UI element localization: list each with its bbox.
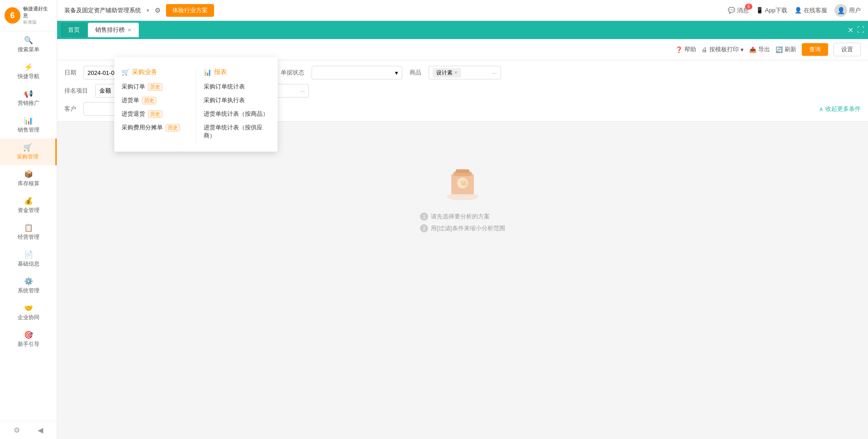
stock-return-history-badge: 历史 <box>148 110 162 118</box>
purchase-order-item[interactable]: 采购订单 历史 <box>122 80 189 94</box>
rank-label: 排名项目 <box>64 87 88 95</box>
sidebar-item-new-guide[interactable]: 🎯 新手引导 <box>0 326 57 353</box>
sidebar-item-system[interactable]: ⚙️ 系统管理 <box>0 272 57 299</box>
purchase-menu-items: 采购订单 历史 进货单 历史 进货退货 历史 <box>122 80 189 134</box>
top-bar: 装备及固定资产辅助管理系统 ▾ ⚙ 体验行业方案 💬 消息 6 📱 App下载 … <box>57 0 868 21</box>
tab-home-label: 首页 <box>68 26 80 34</box>
sidebar-item-enterprise[interactable]: 🤝 企业协同 <box>0 299 57 326</box>
goods-select[interactable]: 设计素 × ··· <box>429 66 501 79</box>
new-guide-icon: 🎯 <box>24 330 33 339</box>
menu-divider <box>196 68 196 143</box>
help-icon: ❓ <box>675 46 683 53</box>
message-badge: 6 <box>745 4 752 10</box>
purchase-order-exec-item[interactable]: 采购订单执行表 <box>204 94 271 107</box>
sidebar-item-search[interactable]: 🔍 搜索菜单 <box>0 31 57 58</box>
stock-in-stats-goods-item[interactable]: 进货单统计表（按商品） <box>204 107 271 121</box>
sidebar-item-quick-nav[interactable]: ⚡ 快捷导航 <box>0 58 57 85</box>
topbar-chevron-icon[interactable]: ▾ <box>146 7 149 14</box>
doc-status-label: 单据状态 <box>281 69 304 77</box>
app-download-button[interactable]: 📱 App下载 <box>756 6 787 15</box>
industry-button[interactable]: 体验行业方案 <box>166 4 214 17</box>
stock-in-stats-supplier-item[interactable]: 进货单统计表（按供应商） <box>204 121 271 143</box>
enterprise-icon: 🤝 <box>24 304 33 312</box>
inventory-icon: 📦 <box>24 170 33 178</box>
message-icon: 💬 <box>728 7 735 14</box>
report-menu-items: 采购订单统计表 采购订单执行表 进货单统计表（按商品） 进货单统计表（按供应商） <box>204 80 271 143</box>
message-button[interactable]: 💬 消息 6 <box>728 6 749 15</box>
goods-more-icon: ··· <box>492 69 497 76</box>
logo: 6 畅捷通好生意 标准版 <box>0 0 57 31</box>
sales-icon: 📊 <box>24 116 33 125</box>
user-button[interactable]: 👤 用户 <box>834 4 861 17</box>
collapse-sidebar-button[interactable]: ◀ <box>38 426 43 434</box>
purchase-order-history-badge: 历史 <box>148 83 162 91</box>
tab-bar-right: ✕ ⛶ <box>848 26 864 35</box>
tab-sales-rank[interactable]: 销售排行榜 ✕ <box>88 23 139 37</box>
mobile-icon: 📱 <box>756 7 763 14</box>
report-menu-section: 📊 报表 采购订单统计表 采购订单执行表 进货单统计表（按商品） <box>204 68 271 143</box>
goods-label: 商品 <box>410 69 421 77</box>
purchase-menu-section: 🛒 采购业务 采购订单 历史 进货单 历史 <box>122 68 189 143</box>
print-chevron-icon: ▾ <box>741 46 744 53</box>
date-label: 日期 <box>64 69 76 77</box>
purchase-expense-history-badge: 历史 <box>166 124 180 132</box>
topbar-right: 💬 消息 6 📱 App下载 👤 在线客服 👤 用户 <box>728 4 861 17</box>
system-title: 装备及固定资产辅助管理系统 <box>64 6 141 15</box>
purchase-section-title: 🛒 采购业务 <box>122 68 189 76</box>
settings-button[interactable]: ⚙ <box>14 426 20 434</box>
refresh-button[interactable]: 🔄 刷新 <box>775 45 796 54</box>
sidebar-item-operations[interactable]: 📋 经营管理 <box>0 219 57 246</box>
sidebar-item-marketing[interactable]: 📢 营销推广 <box>0 85 57 112</box>
sidebar-item-purchase[interactable]: 🛒 采购管理 <box>0 138 57 165</box>
base-info-icon: 📄 <box>24 250 33 259</box>
purchase-menu-icon: 🛒 <box>122 69 129 76</box>
purchase-order-stats-item[interactable]: 采购订单统计表 <box>204 80 271 94</box>
sidebar: 6 畅捷通好生意 标准版 🔍 搜索菜单 ⚡ 快捷导航 📢 营销推广 📊 销 <box>0 0 57 439</box>
goods-tag: 设计素 × <box>433 68 461 78</box>
export-button[interactable]: 📤 导出 <box>749 45 770 54</box>
tab-home[interactable]: 首页 <box>61 23 87 37</box>
sidebar-nav: 🔍 搜索菜单 ⚡ 快捷导航 📢 营销推广 📊 销售管理 🛒 采购管理 📦 <box>0 31 57 421</box>
system-icon: ⚙️ <box>24 277 33 286</box>
empty-step-1: 1 请先选择要分析的方案 <box>420 211 505 222</box>
collapse-filter-button[interactable]: ∧ 收起更多条件 <box>819 105 861 113</box>
sidebar-item-inventory[interactable]: 📦 库存核算 <box>0 165 57 192</box>
sidebar-item-base-info[interactable]: 📄 基础信息 <box>0 246 57 272</box>
empty-illustration: 😐 <box>440 158 485 203</box>
tab-maximize-icon[interactable]: ⛶ <box>857 26 864 34</box>
rank-value: 金额 <box>99 87 111 95</box>
purchase-icon: 🛒 <box>23 143 32 152</box>
search-icon: 🔍 <box>24 36 33 44</box>
salesperson-more-icon: ··· <box>300 88 305 94</box>
quick-nav-icon: ⚡ <box>24 63 33 71</box>
logo-text: 畅捷通好生意 标准版 <box>23 5 52 25</box>
stock-in-item[interactable]: 进货单 历史 <box>122 94 189 107</box>
export-icon: 📤 <box>749 46 756 53</box>
settings-form-button[interactable]: 设置 <box>834 43 861 56</box>
user-avatar: 👤 <box>834 4 847 17</box>
purchase-expense-item[interactable]: 采购费用分摊单 历史 <box>122 121 189 134</box>
sidebar-item-sales[interactable]: 📊 销售管理 <box>0 112 57 138</box>
service-icon: 👤 <box>795 7 802 14</box>
stock-return-item[interactable]: 进货退货 历史 <box>122 107 189 121</box>
tab-sales-rank-label: 销售排行榜 <box>95 26 125 34</box>
dropdown-menu: 🛒 采购业务 采购订单 历史 进货单 历史 <box>114 57 278 152</box>
stock-in-history-badge: 历史 <box>142 97 156 104</box>
goods-tag-close[interactable]: × <box>454 69 458 76</box>
online-service-button[interactable]: 👤 在线客服 <box>795 6 827 15</box>
doc-status-chevron-icon: ▾ <box>395 69 398 76</box>
tab-sales-rank-close[interactable]: ✕ <box>127 27 132 33</box>
help-button[interactable]: ❓ 帮助 <box>675 45 696 54</box>
customer-label: 客户 <box>64 105 76 113</box>
doc-status-select[interactable]: ▾ <box>312 66 402 79</box>
empty-text: 1 请先选择要分析的方案 2 用[过滤]条件来缩小分析范围 <box>420 211 505 234</box>
topbar-gear-icon[interactable]: ⚙ <box>155 6 161 15</box>
sidebar-bottom: ⚙ ◀ <box>0 421 57 439</box>
query-button[interactable]: 查询 <box>802 43 828 56</box>
page-content: ❓ 帮助 🖨 按模板打印 ▾ 📤 导出 🔄 刷新 查询 设置 <box>57 39 868 439</box>
sidebar-item-finance[interactable]: 💰 资金管理 <box>0 192 57 219</box>
tab-close-all-icon[interactable]: ✕ <box>848 26 853 35</box>
print-button[interactable]: 🖨 按模板打印 ▾ <box>702 45 744 54</box>
svg-rect-3 <box>456 169 469 173</box>
report-menu-icon: 📊 <box>204 69 211 76</box>
